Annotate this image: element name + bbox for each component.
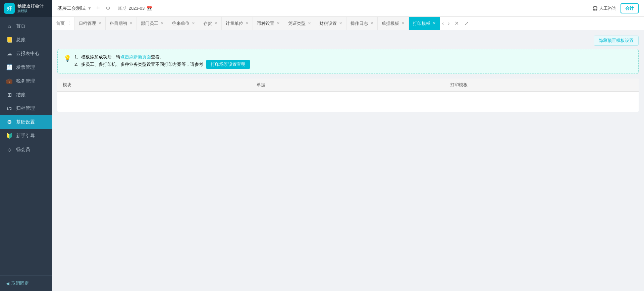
tab-next-button[interactable]: › <box>446 17 451 30</box>
sidebar-item-label: 总账 <box>16 37 25 43</box>
print-template-table: 模块 单据 打印模板 <box>57 79 639 112</box>
refresh-link[interactable]: 点击刷新新页面 <box>120 54 151 59</box>
sidebar-item-label: 发票管理 <box>16 64 35 70</box>
tab-units[interactable]: 计量单位 ✕ <box>222 17 253 30</box>
hide-template-button[interactable]: 隐藏预置模板设置 <box>594 36 639 46</box>
tab-close-icon[interactable]: ✕ <box>129 21 132 26</box>
info-line-1: 1、模板添加成功后，请点击刷新新页面查看。 <box>74 54 250 60</box>
tab-expand-button[interactable]: ⤢ <box>462 17 471 30</box>
tabbar: 首页 〈 归档管理 ✕ 科目期初 ✕ 部门员工 ✕ 往来单位 ✕ 存货 ✕ 计量… <box>52 17 644 30</box>
sidebar-item-label: 云报表中心 <box>16 51 40 57</box>
tab-inventory[interactable]: 存货 ✕ <box>199 17 222 30</box>
tab-close-icon[interactable]: ✕ <box>98 21 101 26</box>
tab-currency[interactable]: 币种设置 ✕ <box>253 17 284 30</box>
tab-home[interactable]: 首页 〈 <box>52 17 74 30</box>
tab-close-icon[interactable]: ✕ <box>401 21 405 26</box>
sidebar-item-label: 结账 <box>16 92 25 98</box>
topbar-settings-button[interactable]: ⚙ <box>104 5 112 11</box>
sidebar-item-tax[interactable]: 💼 税务管理 <box>0 74 52 88</box>
tab-label: 科目期初 <box>110 20 127 27</box>
period-selector[interactable]: 账期 2023-03 📅 <box>118 5 152 11</box>
tab-close-all-button[interactable]: ✕ <box>452 17 462 30</box>
info-line1-prefix: 1、模板添加成功后，请 <box>74 54 120 59</box>
tab-voucher-type[interactable]: 凭证类型 ✕ <box>284 17 315 30</box>
info-line2-prefix: 2、多员工、多打印机、多种业务类型设置不同打印方案等，请参考 <box>74 62 203 67</box>
tab-label: 部门员工 <box>141 20 158 27</box>
tab-tax-settings[interactable]: 财税设置 ✕ <box>315 17 346 30</box>
table-header-template: 打印模板 <box>445 79 639 91</box>
sidebar-item-checkout[interactable]: ⊞ 结账 <box>0 88 52 102</box>
checkout-icon: ⊞ <box>6 92 13 98</box>
sidebar-item-archive[interactable]: 🗂 归档管理 <box>0 102 52 115</box>
table-header-module: 模块 <box>57 79 251 91</box>
topbar: 基层工会测试 ▼ + ⚙ 账期 2023-03 📅 🎧 人工咨询 会计 <box>52 0 644 17</box>
tab-operation-log[interactable]: 操作日志 ✕ <box>346 17 378 30</box>
tab-close-icon[interactable]: ✕ <box>161 21 164 26</box>
invoice-icon: 🧾 <box>6 64 13 70</box>
sidebar-item-reports[interactable]: ☁ 云报表中心 <box>0 47 52 60</box>
tab-label: 计量单位 <box>226 20 243 27</box>
sidebar-item-label: 新手引导 <box>16 133 35 139</box>
tax-icon: 💼 <box>6 78 13 84</box>
sidebar: 好 畅捷通好会计 旗舰版 ⌂ 首页 📒 总账 ☁ 云报表中心 🧾 发票管理 💼 … <box>0 0 52 291</box>
sidebar-item-ledger[interactable]: 📒 总账 <box>0 33 52 47</box>
tab-subjects[interactable]: 科目期初 ✕ <box>106 17 137 30</box>
info-box: 💡 1、模板添加成功后，请点击刷新新页面查看。 2、多员工、多打印机、多种业务类… <box>57 49 639 74</box>
period-label: 账期 <box>118 5 126 11</box>
tab-chevron-icon: 〈 <box>66 21 70 26</box>
support-button[interactable]: 🎧 人工咨询 <box>592 5 616 11</box>
table-body <box>57 92 639 112</box>
headset-icon: 🎧 <box>592 6 598 11</box>
tab-close-icon[interactable]: ✕ <box>246 21 249 26</box>
sidebar-item-invoice[interactable]: 🧾 发票管理 <box>0 60 52 74</box>
tab-label: 操作日志 <box>351 20 368 27</box>
info-line1-suffix: 查看。 <box>151 54 164 59</box>
tab-close-icon[interactable]: ✕ <box>370 21 373 26</box>
member-icon: ◇ <box>6 146 13 153</box>
print-scene-button[interactable]: 打印场景设置宣明 <box>206 60 250 69</box>
content-area: 隐藏预置模板设置 💡 1、模板添加成功后，请点击刷新新页面查看。 2、多员工、多… <box>52 30 644 291</box>
support-label: 人工咨询 <box>599 5 616 11</box>
archive-icon: 🗂 <box>6 105 13 111</box>
unpin-label: 取消固定 <box>11 280 29 286</box>
table-header: 模块 单据 打印模板 <box>57 79 639 92</box>
sidebar-item-label: 首页 <box>16 23 25 29</box>
sidebar-unpin-button[interactable]: ◀ 取消固定 <box>0 275 52 291</box>
sidebar-item-settings[interactable]: ⚙ 基础设置 <box>0 115 52 129</box>
tab-single-template[interactable]: 单据模板 ✕ <box>378 17 409 30</box>
info-box-content: 1、模板添加成功后，请点击刷新新页面查看。 2、多员工、多打印机、多种业务类型设… <box>74 54 250 69</box>
calendar-icon: 📅 <box>147 6 152 11</box>
tab-close-icon[interactable]: ✕ <box>277 21 280 26</box>
tab-label: 单据模板 <box>382 20 399 27</box>
tab-label: 首页 <box>56 20 65 27</box>
tab-close-icon[interactable]: ✕ <box>308 21 311 26</box>
sidebar-item-home[interactable]: ⌂ 首页 <box>0 19 52 33</box>
tab-close-icon[interactable]: ✕ <box>339 21 342 26</box>
tab-print-template[interactable]: 打印模板 ✕ <box>409 17 440 30</box>
company-selector[interactable]: 基层工会测试 ▼ <box>57 5 92 11</box>
app-edition: 旗舰版 <box>17 9 44 13</box>
sidebar-item-guide[interactable]: 🔰 新手引导 <box>0 129 52 143</box>
tab-label: 存货 <box>203 20 212 27</box>
chevron-down-icon: ▼ <box>88 6 92 11</box>
tab-partners[interactable]: 往来单位 ✕ <box>168 17 199 30</box>
tab-archive-mgmt[interactable]: 归档管理 ✕ <box>74 17 106 30</box>
sidebar-item-member[interactable]: ◇ 畅会员 <box>0 143 52 156</box>
settings-icon: ⚙ <box>6 119 13 125</box>
tab-close-icon[interactable]: ✕ <box>192 21 195 26</box>
guide-icon: 🔰 <box>6 133 13 139</box>
tab-label: 归档管理 <box>78 20 96 27</box>
add-tab-button[interactable]: + <box>95 5 101 12</box>
tab-label: 打印模板 <box>413 20 430 27</box>
kuaiji-button[interactable]: 会计 <box>621 3 639 13</box>
tab-departments[interactable]: 部门员工 ✕ <box>137 17 168 30</box>
tab-label: 币种设置 <box>257 20 274 27</box>
table-header-document: 单据 <box>251 79 445 91</box>
sidebar-item-label: 税务管理 <box>16 78 35 84</box>
tab-prev-button[interactable]: ‹ <box>440 17 446 30</box>
sidebar-nav: ⌂ 首页 📒 总账 ☁ 云报表中心 🧾 发票管理 💼 税务管理 ⊞ 结账 🗂 归… <box>0 17 52 275</box>
tab-label: 财税设置 <box>319 20 337 27</box>
bulb-icon: 💡 <box>64 55 71 62</box>
tab-close-icon[interactable]: ✕ <box>214 21 217 26</box>
tab-close-icon[interactable]: ✕ <box>433 21 436 26</box>
